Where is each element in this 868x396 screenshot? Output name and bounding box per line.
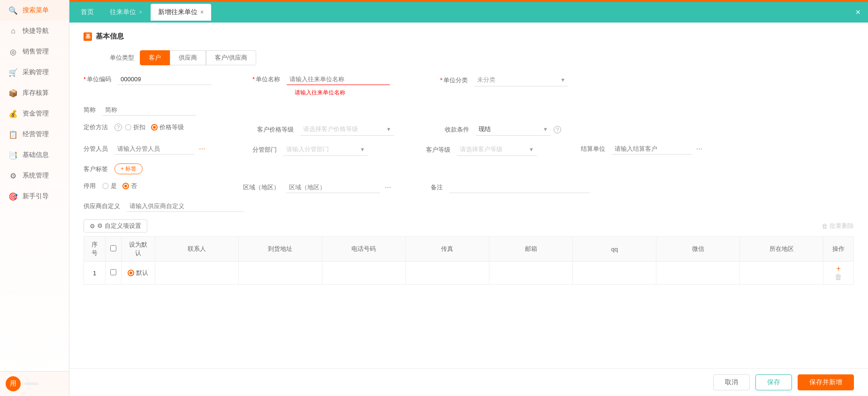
tab-new-counterparty[interactable]: 新增往来单位 × — [151, 4, 211, 21]
fax-input[interactable] — [411, 270, 484, 277]
delete-row-btn[interactable]: 🗑 — [833, 273, 844, 281]
contact-input[interactable] — [160, 270, 234, 277]
radio-circle-checked — [122, 183, 129, 189]
pricing-level-radio[interactable]: 价格等级 — [151, 123, 184, 132]
department-select[interactable]: 请输入分管部门 ▼ — [283, 143, 368, 156]
add-row-btn[interactable]: + — [835, 264, 843, 273]
row-check[interactable] — [106, 262, 122, 285]
manager-more-btn[interactable]: ··· — [197, 145, 207, 153]
tab-bar: 首页 往来单位 × 新增往来单位 × × — [69, 2, 868, 23]
sidebar-item-quicknav[interactable]: ⌂ 快捷导航 — [0, 21, 69, 41]
customer-price-level-select[interactable]: 请选择客户价格等级 ▼ — [300, 123, 394, 136]
settlement-unit-label: 结算单位 — [581, 145, 609, 153]
row-region-input[interactable] — [745, 270, 818, 277]
payment-terms-select[interactable]: 现结 ▼ — [476, 123, 551, 136]
region-input[interactable] — [286, 182, 380, 193]
tab-close-counterparty[interactable]: × — [139, 9, 142, 16]
cancel-button[interactable]: 取消 — [713, 374, 750, 390]
payment-terms-help-icon[interactable]: ? — [554, 126, 561, 133]
settlement-unit-more-btn[interactable]: ··· — [694, 145, 704, 153]
sidebar-item-purchase[interactable]: 🛒 采购管理 — [0, 62, 69, 83]
radio-label: 是 — [111, 182, 117, 190]
form-row-tag: 客户标签 + 标签 — [84, 163, 854, 174]
table-row: 1 默认 — [84, 262, 854, 285]
unit-code-input[interactable] — [118, 74, 212, 85]
unit-category-value: 未分类 — [477, 76, 558, 84]
disabled-yes-radio[interactable]: 是 — [102, 182, 117, 190]
remark-input[interactable] — [449, 182, 590, 193]
section-title: 基本信息 — [96, 32, 124, 41]
col-no: 序号 — [84, 237, 106, 262]
wechat-input[interactable] — [661, 270, 735, 277]
operations-icon: 📋 — [8, 130, 18, 139]
address-input[interactable] — [244, 270, 317, 277]
unit-name-group: 单位名称 请输入往来单位名称 — [252, 74, 431, 97]
row-fax[interactable] — [405, 262, 489, 285]
row-phone[interactable] — [322, 262, 405, 285]
row-address[interactable] — [238, 262, 322, 285]
radio-circle — [102, 183, 109, 189]
unit-type-customer-btn[interactable]: 客户 — [140, 50, 170, 65]
tab-counterparty[interactable]: 往来单位 × — [102, 4, 150, 21]
unit-type-both-btn[interactable]: 客户/供应商 — [206, 50, 256, 65]
settlement-unit-input[interactable] — [612, 143, 692, 155]
sidebar-item-finance[interactable]: 💰 资金管理 — [0, 103, 69, 124]
row-qq[interactable] — [573, 262, 656, 285]
default-radio[interactable]: 默认 — [126, 269, 150, 277]
pricing-method-label: 定价方法 — [84, 123, 112, 132]
pricing-radio-group: 折扣 价格等级 — [125, 123, 184, 132]
tab-home[interactable]: 首页 — [73, 4, 101, 21]
col-phone: 电话号码 — [322, 237, 405, 262]
supplier-custom-input[interactable] — [127, 201, 244, 212]
manager-input[interactable] — [114, 143, 194, 155]
unit-code-group: 单位编码 — [84, 74, 252, 85]
chevron-down-icon: ▼ — [543, 126, 548, 132]
row-wechat[interactable] — [656, 262, 740, 285]
phone-input[interactable] — [327, 270, 401, 277]
alias-input[interactable] — [102, 104, 196, 116]
sidebar-item-label: 采购管理 — [23, 68, 49, 77]
sidebar-item-inventory[interactable]: 📦 库存核算 — [0, 83, 69, 103]
sidebar-item-sales[interactable]: ◎ 销售管理 — [0, 41, 69, 62]
tab-label: 首页 — [81, 8, 94, 16]
region-label: 区域（地区） — [243, 183, 283, 192]
radio-label: 折扣 — [133, 123, 145, 132]
pricing-help-icon[interactable]: ? — [114, 124, 122, 131]
sidebar-item-label: 资金管理 — [23, 109, 49, 118]
row-checkbox[interactable] — [110, 269, 116, 275]
tab-label: 新增往来单位 — [158, 8, 198, 16]
tab-bar-close[interactable]: × — [852, 8, 864, 17]
section-icon: 基 — [84, 32, 92, 41]
sidebar-item-search[interactable]: 🔍 搜索菜单 — [0, 0, 69, 21]
customer-price-level-placeholder: 请选择客户价格等级 — [303, 125, 384, 133]
save-new-button[interactable]: 保存并新增 — [798, 374, 854, 390]
customer-level-select[interactable]: 请选择客户等级 ▼ — [457, 143, 537, 156]
sidebar-item-basic[interactable]: 📑 基础信息 — [0, 145, 69, 165]
region-more-btn[interactable]: ··· — [383, 183, 393, 192]
row-region[interactable] — [740, 262, 823, 285]
col-check[interactable] — [106, 237, 122, 262]
row-default[interactable]: 默认 — [122, 262, 155, 285]
qq-input[interactable] — [578, 270, 651, 277]
sidebar-item-guide[interactable]: 🎯 新手引导 — [0, 186, 69, 207]
sidebar-item-system[interactable]: ⚙ 系统管理 — [0, 165, 69, 186]
row-email[interactable] — [489, 262, 572, 285]
tab-close-new-counterparty[interactable]: × — [200, 9, 204, 16]
add-tag-btn[interactable]: + 标签 — [114, 163, 143, 174]
disabled-no-radio[interactable]: 否 — [122, 182, 137, 190]
sidebar-item-operations[interactable]: 📋 经营管理 — [0, 124, 69, 145]
contact-table: 序号 设为默认 联系人 到货地址 电话号码 传真 邮箱 qq 微信 所在地区 操… — [84, 236, 854, 285]
unit-type-supplier-btn[interactable]: 供应商 — [170, 50, 206, 65]
unit-name-input[interactable] — [287, 74, 390, 85]
chevron-down-icon: ▼ — [360, 147, 365, 152]
save-button[interactable]: 保存 — [755, 374, 792, 390]
unit-category-select[interactable]: 未分类 ▼ — [474, 74, 568, 86]
row-contact[interactable] — [155, 262, 238, 285]
customer-level-placeholder: 请选择客户等级 — [460, 145, 527, 154]
pricing-discount-radio[interactable]: 折扣 — [125, 123, 145, 132]
department-label: 分管部门 — [252, 146, 281, 154]
custom-settings-btn[interactable]: ⚙ ⚙ 自定义项设置 — [84, 219, 147, 233]
select-all-checkbox[interactable] — [110, 245, 116, 251]
email-input[interactable] — [494, 270, 568, 277]
batch-delete-btn[interactable]: 🗑 批量删除 — [822, 222, 854, 230]
